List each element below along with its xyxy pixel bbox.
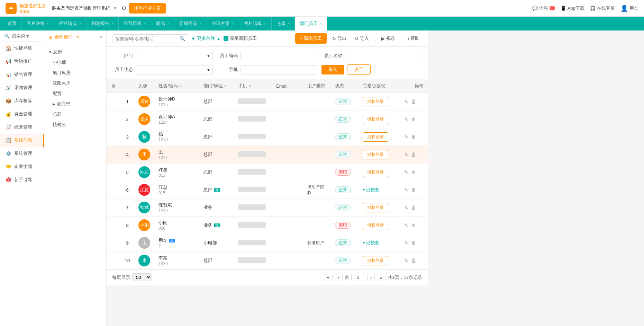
close-customer-icon[interactable]: × [47,21,49,26]
auth-login-btn[interactable]: 授权登录 [363,97,388,106]
col-settings[interactable]: ⚙ [107,79,120,93]
show-resigned-checkbox[interactable]: ✓ [224,36,228,41]
delete-icon[interactable]: 🗑 [411,258,416,263]
col-name-header[interactable]: 姓名/编码 ⇅ [154,79,199,93]
dept-node-shuangdi[interactable]: ▶ 双底想 [44,99,106,109]
sidebar-item-finance[interactable]: 💰 资金管理 [0,107,44,121]
trial-button[interactable]: 体验行业方案 [129,3,166,14]
sidebar-item-system[interactable]: ⚙️ 系统管理 [0,147,44,160]
edit-icon[interactable]: ✎ [404,240,408,246]
view-btn[interactable]: ▶ 视录 [379,34,398,43]
auth-login-btn[interactable]: 授权登录 [363,221,388,230]
tab-journey[interactable]: 经营历程× [119,17,151,30]
auth-login-btn[interactable]: 授权登录 [363,150,388,159]
dept-node-peihuo[interactable]: 配货 [44,88,106,99]
tab-barcode[interactable]: 条码方案× [207,17,239,30]
search-input[interactable] [115,36,178,41]
delete-icon[interactable]: 🗑 [411,222,416,228]
tab-bom[interactable]: 物料清单× [239,17,271,30]
edit-icon[interactable]: ✎ [404,222,408,228]
edit-icon[interactable]: ✎ [404,116,408,122]
tab-home[interactable]: 首页 [3,17,22,30]
close-bom-icon[interactable]: × [264,21,266,26]
edit-icon[interactable]: ✎ [404,169,408,175]
sidebar-item-inventory[interactable]: 📦 库存核算 [0,94,44,107]
empcode-input[interactable] [241,51,318,60]
close-journey-icon[interactable]: × [144,21,146,26]
close-profit-icon[interactable]: × [111,21,114,26]
dropdown-arrow-icon[interactable]: ▼ [113,6,117,11]
app-download-btn[interactable]: 📱 App下载 [561,5,584,11]
delete-icon[interactable]: 🗑 [411,116,416,122]
dept-node-xiangmu[interactable]: 项目库房 [44,68,106,78]
export-btn[interactable]: ↻ 导出 [329,34,349,43]
sidebar-item-basic[interactable]: 📋 基础信息 [0,134,44,147]
edit-icon[interactable]: ✎ [404,152,408,157]
tab-operation[interactable]: 经营情况× [54,17,86,30]
prev-page-btn[interactable]: ‹ [335,274,342,281]
edit-icon[interactable]: ✎ [404,258,408,263]
close-add-product-icon[interactable]: × [199,21,201,26]
dept-node-xiaodian[interactable]: 小电部 [44,57,106,68]
delete-icon[interactable]: 🗑 [411,134,416,140]
close-warehouse-icon[interactable]: × [288,21,290,26]
sidebar-item-quicknav[interactable]: 🏠 快捷导航 [0,42,44,55]
sidebar-item-mgmt[interactable]: 📈 经营管理 [0,121,44,134]
last-page-btn[interactable]: » [377,274,386,281]
status-filter-select[interactable]: ▾ [136,65,213,74]
auth-login-btn[interactable]: 授权登录 [363,168,388,177]
next-page-btn[interactable]: › [367,274,375,281]
phone-sort-icon[interactable]: ⇅ [248,84,251,88]
close-product-icon[interactable]: × [167,21,169,26]
sidebar-search-box[interactable]: 🔍 [0,30,44,42]
delete-icon[interactable]: 🗑 [411,152,416,157]
delete-icon[interactable]: 🗑 [411,169,416,175]
sidebar-item-sales[interactable]: 📊 销售管理 [0,68,44,81]
page-size-select[interactable]: 50 100 200 [132,273,152,281]
close-barcode-icon[interactable]: × [232,21,234,26]
col-dept-header[interactable]: 部门/职位 ⇅ [199,79,234,93]
filter-more-btn[interactable]: ▼ 更多条件 ▲ [191,35,221,42]
empname-input[interactable] [345,51,422,60]
tab-profit[interactable]: 利润报告× [87,17,119,30]
dept-edit-icon[interactable]: ✎ [76,35,80,40]
help-btn[interactable]: ℹ 帮助 [405,34,422,43]
edit-icon[interactable]: ✎ [404,205,408,210]
first-page-btn[interactable]: « [324,274,333,281]
online-service-btn[interactable]: 🎧 在线客服 [590,5,615,11]
search-box[interactable]: 🔍 [112,34,188,43]
tab-warehouse[interactable]: 仓库× [272,17,295,30]
col-phone-header[interactable]: 手机 ⇅ [234,79,272,93]
delete-icon[interactable]: 🗑 [411,240,416,246]
reset-btn[interactable]: 设置 [347,64,371,75]
auth-login-btn[interactable]: 授权登录 [363,115,388,124]
phone-input[interactable] [241,65,318,74]
sidebar-item-collab[interactable]: 🤝 企业协同 [0,160,44,173]
sidebar-item-marketing[interactable]: 📢 营销推广 [0,55,44,68]
dept-node-shenyang[interactable]: 沈阳大库 [44,78,106,88]
edit-icon[interactable]: ✎ [404,99,408,104]
page-number-input[interactable] [351,274,365,281]
query-btn[interactable]: 查询 [321,65,344,74]
tab-product[interactable]: 商品× [151,17,174,30]
auth-login-btn[interactable]: 授权登录 [363,256,388,265]
show-resigned-toggle[interactable]: ✓ 显示离职员工 [224,35,257,42]
import-btn[interactable]: ↺ 导入 [352,34,372,43]
dept-node-zongbu[interactable]: 总部 [44,109,106,120]
close-employee-icon[interactable]: × [320,21,322,26]
dept-filter-select[interactable]: ▾ [136,51,213,60]
add-employee-btn[interactable]: + 新增员工 [295,33,327,44]
search-btn-icon[interactable]: 🔍 [180,36,185,41]
auth-login-btn[interactable]: 授权登录 [363,132,388,142]
dept-node-zhishu[interactable]: 植树王二 [44,120,106,130]
user-avatar-btn[interactable]: 👤 用友 [620,5,638,12]
close-operation-icon[interactable]: × [79,21,81,26]
sidebar-search-input[interactable] [12,33,40,38]
delete-icon[interactable]: 🗑 [411,187,416,193]
edit-icon[interactable]: ✎ [404,187,408,193]
delete-icon[interactable]: 🗑 [411,99,416,104]
settings-icon[interactable]: ⚙ [121,5,126,11]
tab-employee[interactable]: 部门员工× [295,17,327,30]
dept-node-zongbu-root[interactable]: ▼ 总部 [44,47,106,57]
name-sort-icon[interactable]: ⇅ [179,84,182,88]
